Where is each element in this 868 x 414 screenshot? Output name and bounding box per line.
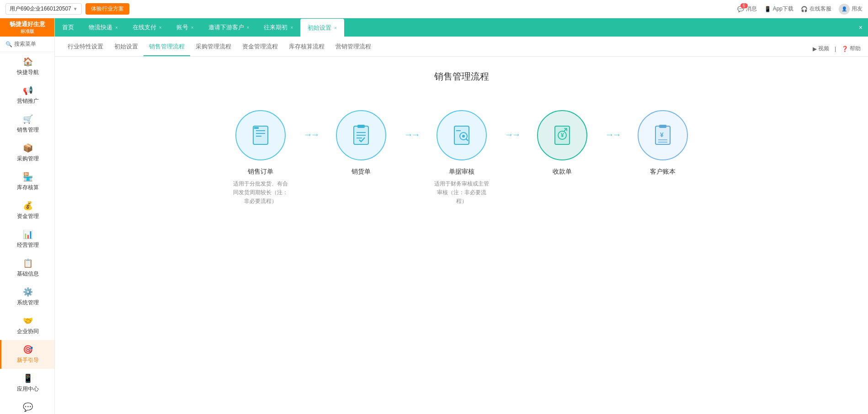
sub-tabs: 行业特性设置 初始设置 销售管理流程 采购管理流程 资金管理流程 库存核算流程 … xyxy=(55,37,868,57)
sidebar-item-marketing-promo[interactable]: 📢 营销推广 xyxy=(0,81,54,110)
message-item[interactable]: 💬 6 消息 xyxy=(737,5,757,13)
sidebar-item-label: 采购管理 xyxy=(17,155,39,163)
online-service-item[interactable]: 🎧 在线客服 xyxy=(801,5,831,13)
sidebar-item-quick-nav[interactable]: 🏠 快捷导航 xyxy=(0,52,54,81)
close-all-tabs[interactable]: × xyxy=(859,24,863,31)
flow-item-receipt: ¥ 收款单 xyxy=(526,110,599,180)
sidebar-item-label: 新手引导 xyxy=(17,356,39,364)
content-area: 首页 物流快递 × 在线支付 × 账号 × 邀请下游客户 × 往来期初 × xyxy=(55,18,868,414)
flow-circle-review xyxy=(437,110,487,160)
app-download-label: App下载 xyxy=(773,5,793,13)
sidebar-item-sales-mgmt[interactable]: 🛒 销售管理 xyxy=(0,110,54,138)
username-label: 用友 xyxy=(852,5,863,13)
flow-circle-delivery xyxy=(336,110,386,160)
sidebar-item-label: 企业协同 xyxy=(17,328,39,335)
gear-icon: ⚙️ xyxy=(23,287,33,297)
tab-payment-label: 在线支付 xyxy=(133,23,156,32)
sidebar-item-new-guide[interactable]: 🎯 新手引导 xyxy=(0,340,54,369)
target-icon: 🎯 xyxy=(23,345,33,355)
top-bar: 用户690企业1660120507 ▼ 体验行业方案 💬 6 消息 📱 App下… xyxy=(0,0,868,18)
avatar: 👤 xyxy=(839,4,850,15)
sub-tab-sales-flow[interactable]: 销售管理流程 xyxy=(144,38,190,56)
flow-desc-review: 适用于财务审核或主管审核（注：非必要流程） xyxy=(434,180,489,206)
sidebar-logo: 畅捷通好生意 标准版 xyxy=(0,18,54,37)
chart-icon: 📊 xyxy=(23,229,33,239)
help-label: 帮助 xyxy=(850,45,861,53)
tab-account[interactable]: 账号 × xyxy=(169,18,201,37)
phone-icon: 📱 xyxy=(764,6,771,12)
trial-button[interactable]: 体验行业方案 xyxy=(85,3,129,15)
tab-home[interactable]: 首页 xyxy=(55,18,81,37)
sub-tab-industry[interactable]: 行业特性设置 xyxy=(62,38,109,56)
sub-tab-marketing-flow-label: 营销管理流程 xyxy=(335,43,371,50)
flow-circle-sales-order xyxy=(235,110,286,160)
receipt-icon: ¥ xyxy=(550,123,574,147)
video-help-item[interactable]: ▶ 视频 xyxy=(813,45,829,53)
box-icon: 📦 xyxy=(23,143,33,153)
tab-initial-setup-label: 初始设置 xyxy=(308,24,331,32)
tab-period[interactable]: 往来期初 × xyxy=(256,18,300,37)
sidebar: 畅捷通好生意 标准版 🔍 搜索菜单 🏠 快捷导航 📢 营销推广 🛒 销售管理 📦… xyxy=(0,18,55,414)
search-icon: 🔍 xyxy=(5,41,12,48)
headset-icon: 🎧 xyxy=(801,6,808,12)
online-service-label: 在线客服 xyxy=(809,5,831,13)
sub-tab-inventory-flow[interactable]: 库存核算流程 xyxy=(283,38,330,56)
chevron-down-icon: ▼ xyxy=(73,6,78,11)
flow-item-delivery: 销货单 xyxy=(325,110,398,180)
flow-desc-sales-order: 适用于分批发货、有合同发货周期较长（注：非必要流程） xyxy=(233,180,288,206)
sub-tab-inventory-flow-label: 库存核算流程 xyxy=(289,43,325,50)
svg-text:¥: ¥ xyxy=(561,132,564,138)
handshake-icon: 🤝 xyxy=(23,316,33,326)
sub-tab-capital-flow[interactable]: 资金管理流程 xyxy=(237,38,283,56)
tab-account-close[interactable]: × xyxy=(191,25,194,30)
sub-tab-purchase-flow[interactable]: 采购管理流程 xyxy=(190,38,237,56)
divider: | xyxy=(835,46,836,52)
tab-period-close[interactable]: × xyxy=(290,25,293,30)
sidebar-item-label: 资金管理 xyxy=(17,212,39,220)
store-icon: 🏪 xyxy=(23,172,33,182)
tab-initial-setup-close[interactable]: × xyxy=(334,26,337,31)
sidebar-item-purchase-mgmt[interactable]: 📦 采购管理 xyxy=(0,138,54,167)
tab-account-label: 账号 xyxy=(176,23,188,32)
sidebar-item-operation[interactable]: 📊 经营管理 xyxy=(0,225,54,254)
review-icon xyxy=(450,123,474,147)
sidebar-item-enterprise-wechat[interactable]: 💬 企业微信 xyxy=(0,398,54,414)
user-selector[interactable]: 用户690企业1660120507 ▼ xyxy=(5,3,82,15)
tab-invite-close[interactable]: × xyxy=(247,25,250,30)
top-bar-left: 用户690企业1660120507 ▼ 体验行业方案 xyxy=(5,3,129,15)
sidebar-item-label: 库存核算 xyxy=(17,184,39,191)
flow-label-review: 单据审核 xyxy=(449,168,474,176)
sidebar-item-label: 基础信息 xyxy=(17,270,39,278)
sidebar-item-finance[interactable]: 💰 资金管理 xyxy=(0,196,54,225)
flow-arrow-1: →→ xyxy=(297,110,325,140)
flow-item-sales-order: 销售订单 适用于分批发货、有合同发货周期较长（注：非必要流程） xyxy=(224,110,297,206)
tab-payment-close[interactable]: × xyxy=(159,25,162,30)
arrow-icon-4: →→ xyxy=(605,129,620,140)
sidebar-search[interactable]: 🔍 搜索菜单 xyxy=(0,37,54,52)
sidebar-item-enterprise-collab[interactable]: 🤝 企业协同 xyxy=(0,311,54,340)
flow-circle-ledger: ¥ xyxy=(638,110,688,160)
page-title: 销售管理流程 xyxy=(73,70,850,83)
nav-tabs: 首页 物流快递 × 在线支付 × 账号 × 邀请下游客户 × 往来期初 × xyxy=(55,18,868,37)
svg-point-12 xyxy=(462,135,465,138)
sidebar-item-inventory[interactable]: 🏪 库存核算 xyxy=(0,167,54,196)
tab-initial-setup[interactable]: 初始设置 × xyxy=(300,19,344,37)
user-menu-item[interactable]: 👤 用友 xyxy=(839,4,863,15)
chat-icon: 💬 xyxy=(23,402,33,412)
tab-logistics[interactable]: 物流快递 × xyxy=(81,18,125,37)
app-download-item[interactable]: 📱 App下载 xyxy=(764,5,793,13)
sidebar-item-system[interactable]: ⚙️ 系统管理 xyxy=(0,282,54,311)
sidebar-item-app-center[interactable]: 📱 应用中心 xyxy=(0,369,54,398)
sidebar-item-label: 营销推广 xyxy=(17,97,39,105)
tab-payment[interactable]: 在线支付 × xyxy=(125,18,169,37)
sub-tab-capital-flow-label: 资金管理流程 xyxy=(242,43,278,50)
sub-tab-marketing-flow[interactable]: 营销管理流程 xyxy=(330,38,377,56)
tab-invite[interactable]: 邀请下游客户 × xyxy=(201,18,257,37)
tab-logistics-close[interactable]: × xyxy=(115,25,118,30)
sidebar-item-label: 销售管理 xyxy=(17,126,39,134)
sub-tab-initial[interactable]: 初始设置 xyxy=(109,38,144,56)
help-item[interactable]: ❓ 帮助 xyxy=(841,45,861,53)
flow-label-delivery: 销货单 xyxy=(351,168,371,176)
sidebar-item-basic-info[interactable]: 📋 基础信息 xyxy=(0,254,54,282)
flow-arrow-4: →→ xyxy=(599,110,626,140)
